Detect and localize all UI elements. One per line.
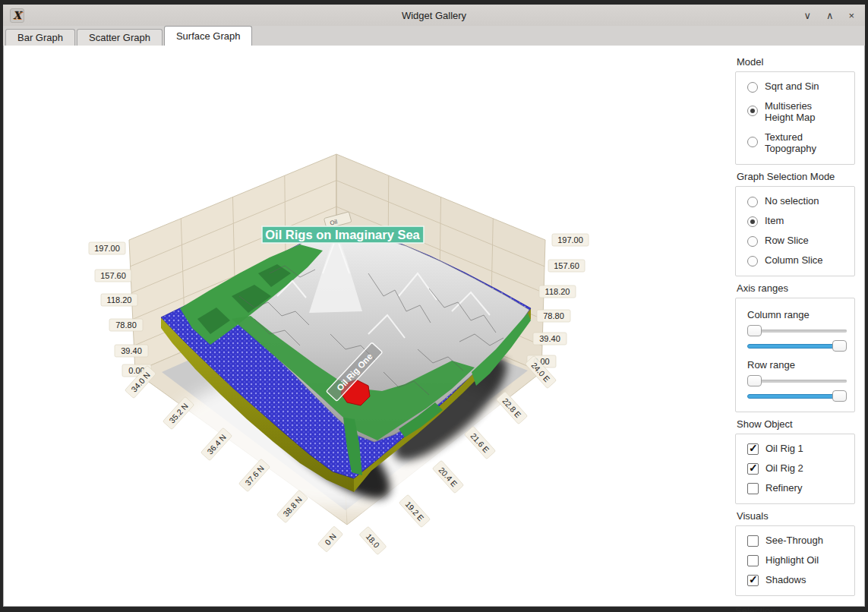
checkbox-highlight-oil[interactable]: Highlight Oil (747, 555, 850, 566)
slider-track[interactable] (747, 380, 847, 383)
checkbox-oil-rig-1[interactable]: Oil Rig 1 (747, 443, 850, 455)
checkbox-icon[interactable] (747, 483, 759, 494)
svg-text:197.00: 197.00 (94, 244, 120, 253)
slider-handle[interactable] (747, 325, 762, 336)
title-bar[interactable]: X Widget Gallery ∨ ∧ × (3, 5, 865, 26)
svg-text:78.80: 78.80 (543, 311, 564, 320)
svg-text:118.20: 118.20 (545, 287, 570, 296)
tab-bar: Bar Graph Scatter Graph Surface Graph (3, 26, 865, 46)
slider-track[interactable] (747, 330, 847, 333)
svg-text:157.60: 157.60 (100, 271, 126, 280)
selection-mode-group: No selection Item Row Slice Column Slice (735, 186, 855, 276)
tab-bar-graph[interactable]: Bar Graph (5, 29, 75, 46)
checkbox-icon[interactable] (747, 535, 759, 547)
controls-sidebar: Model Sqrt and Sin Multiseries Height Ma… (735, 46, 864, 606)
row-range-max-slider[interactable] (747, 390, 847, 402)
show-object-group: Oil Rig 1 Oil Rig 2 Refinery (735, 434, 855, 504)
radio-icon[interactable] (747, 82, 758, 93)
checkbox-oil-rig-2[interactable]: Oil Rig 2 (747, 463, 850, 475)
model-group-title: Model (737, 56, 855, 68)
chart-title: Oil Rigs on Imaginary Sea (262, 226, 424, 243)
surface-3d-canvas[interactable]: Oil Rig One Oil Oil Rigs on Imaginary Se… (4, 46, 734, 605)
radio-column-slice[interactable]: Column Slice (747, 255, 850, 267)
row-range-min-slider[interactable] (747, 374, 847, 387)
surface-3d-view[interactable]: Oil Rig One Oil Oil Rigs on Imaginary Se… (4, 46, 734, 605)
radio-row-slice[interactable]: Row Slice (747, 235, 850, 247)
slider-handle[interactable] (832, 390, 847, 402)
tab-scatter-graph[interactable]: Scatter Graph (77, 29, 163, 46)
selection-mode-group-title: Graph Selection Mode (737, 171, 855, 182)
column-range-label: Column range (747, 309, 847, 320)
svg-text:118.20: 118.20 (107, 295, 132, 304)
slider-handle[interactable] (832, 340, 847, 352)
radio-item[interactable]: Item (747, 216, 850, 227)
radio-textured-topography[interactable]: Textured Topography (747, 132, 850, 155)
maximize-icon[interactable]: ∧ (826, 11, 834, 21)
surface-graph-page: Oil Rig One Oil Oil Rigs on Imaginary Se… (3, 46, 865, 607)
radio-icon[interactable] (747, 256, 758, 267)
radio-icon[interactable] (747, 236, 758, 247)
checkbox-checked-icon[interactable] (747, 575, 759, 586)
minimize-icon[interactable]: ∨ (803, 11, 811, 21)
svg-text:39.40: 39.40 (121, 346, 142, 355)
radio-no-selection[interactable]: No selection (747, 196, 850, 207)
visuals-group: See-Through Highlight Oil Shadows (735, 525, 855, 596)
selection-label: Selection: (735, 604, 855, 612)
checkbox-see-through[interactable]: See-Through (747, 535, 850, 547)
axis-ranges-group-title: Axis ranges (737, 282, 855, 294)
checkbox-refinery[interactable]: Refinery (747, 483, 850, 494)
column-range-max-slider[interactable] (747, 339, 847, 352)
slider-handle[interactable] (747, 375, 762, 386)
axis-ranges-group: Column range Row range (735, 298, 855, 412)
radio-selected-icon[interactable] (747, 106, 758, 116)
radio-sqrt-and-sin[interactable]: Sqrt and Sin (747, 81, 850, 93)
svg-text:197.00: 197.00 (557, 235, 583, 244)
show-object-group-title: Show Object (737, 418, 855, 430)
checkbox-checked-icon[interactable] (747, 463, 759, 475)
radio-selected-icon[interactable] (747, 216, 758, 227)
visuals-group-title: Visuals (737, 510, 855, 522)
svg-text:Oil Rigs on Imaginary Sea: Oil Rigs on Imaginary Sea (265, 228, 420, 241)
tab-surface-graph[interactable]: Surface Graph (164, 26, 253, 46)
model-group: Sqrt and Sin Multiseries Height Map Text… (735, 71, 855, 165)
close-icon[interactable]: × (848, 11, 854, 21)
row-range-label: Row range (747, 359, 847, 371)
checkbox-checked-icon[interactable] (747, 443, 759, 455)
svg-text:78.80: 78.80 (115, 320, 137, 330)
window-title: Widget Gallery (3, 10, 865, 21)
checkbox-icon[interactable] (747, 555, 759, 566)
radio-icon[interactable] (747, 197, 758, 207)
svg-text:39.40: 39.40 (539, 334, 560, 343)
column-range-min-slider[interactable] (747, 324, 847, 337)
svg-text:157.60: 157.60 (554, 261, 579, 270)
radio-multiseries-height-map[interactable]: Multiseries Height Map (747, 101, 850, 124)
checkbox-shadows[interactable]: Shadows (747, 575, 850, 586)
radio-icon[interactable] (747, 137, 758, 147)
